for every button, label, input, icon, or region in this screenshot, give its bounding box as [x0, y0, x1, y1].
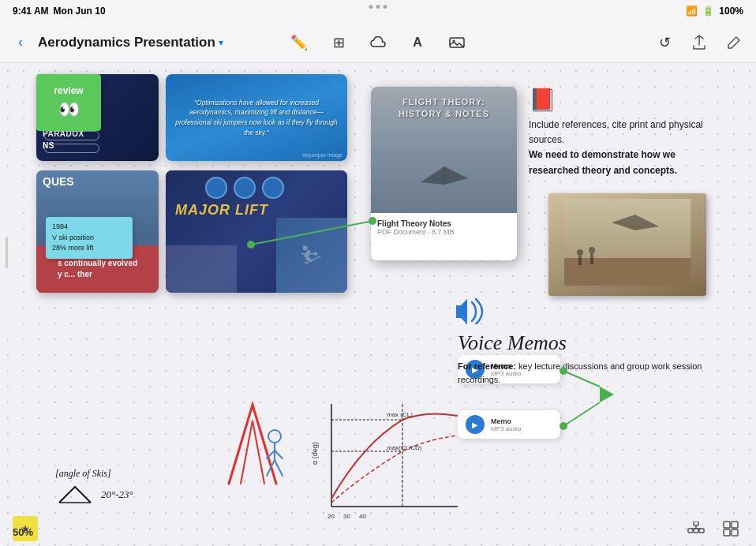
svg-marker-7 [600, 387, 614, 402]
glider-icon [413, 155, 476, 201]
slide4-circles [205, 177, 284, 199]
slide2-credit: skijumper image [302, 152, 342, 158]
svg-line-6 [563, 402, 600, 426]
slide3-label: QUES [43, 175, 74, 188]
flight-theory-cover: FLIGHT THEORY:HISTORY & NOTES [371, 87, 517, 213]
memo-2-info: Memo MP3 audio [491, 417, 552, 432]
slide2-bg: "Optimizations have allowed for increase… [166, 74, 347, 161]
voice-memos-desc-bold: For reference: [458, 361, 516, 371]
svg-text:max (CL): max (CL) [387, 411, 413, 418]
historical-photo [548, 193, 706, 296]
slide4-graph-area [166, 245, 237, 293]
svg-point-15 [589, 247, 595, 253]
edit-markup-icon[interactable] [721, 30, 747, 55]
skier-circle-1 [205, 177, 227, 199]
svg-text:max(CL/CD): max(CL/CD) [387, 444, 422, 451]
bottom-toolbar: 50% ★ [0, 511, 756, 546]
svg-rect-14 [578, 256, 582, 265]
svg-point-9 [560, 422, 567, 430]
sound-icon-area [450, 296, 485, 331]
document-title: Aerodynamics Presentation [38, 35, 215, 50]
sticky-year: 1984 [52, 222, 126, 233]
sticky-1984-note[interactable]: 1984 V ski position 28% more lift [46, 217, 133, 259]
photo-content [548, 193, 706, 296]
battery-icon: 🔋 [702, 6, 714, 17]
sticky-position: V ski position [52, 233, 126, 244]
history-icon[interactable]: ↺ [652, 30, 677, 55]
status-right: 📶 🔋 100% [686, 6, 743, 17]
bottom-right-area [683, 516, 743, 541]
svg-rect-29 [694, 522, 698, 525]
angle-annotation: [angle of Skis] 20°-23° [55, 468, 133, 507]
slide2-quote-text: "Optimizations have allowed for increase… [175, 98, 338, 138]
notes-bold-text: We need to demonstrate how we researched… [529, 149, 677, 175]
share-icon[interactable] [687, 30, 712, 55]
notes-reference-card: 📕 Include references, cite print and phy… [529, 87, 710, 178]
book-icon: 📕 [529, 87, 710, 113]
voice-memos-description: For reference: key lecture discussions a… [458, 360, 710, 386]
slide2-overlay: "Optimizations have allowed for increase… [166, 74, 347, 161]
flight-theory-info: Flight Theory Notes PDF Document · 8.7 M… [371, 213, 517, 242]
angle-label: [angle of Skis] [55, 468, 133, 480]
hierarchy-icon[interactable] [683, 516, 709, 541]
svg-rect-34 [699, 529, 704, 533]
svg-rect-37 [724, 529, 730, 536]
memo-2-play-button[interactable]: ▶ [466, 415, 485, 434]
document-title-area[interactable]: Aerodynamics Presentation ▾ [38, 35, 223, 50]
ski-shape-area [205, 397, 300, 495]
grid-view-bottom-icon[interactable] [718, 516, 743, 541]
toolbar: ‹ Aerodynamics Presentation ▾ ✏️ ⊞ A ↺ [0, 22, 756, 63]
grid-view-icon[interactable]: ⊞ [326, 30, 351, 55]
left-edge-indicator [0, 174, 13, 331]
toolbar-right: ↺ [505, 30, 747, 55]
title-chevron-icon: ▾ [219, 37, 223, 48]
slide4-skier-img: ⛷ [276, 218, 347, 293]
voice-memos-title: Voice Memos [458, 331, 710, 355]
angle-value-row: 20°-23° [55, 483, 133, 507]
svg-point-17 [268, 430, 281, 443]
memo-card-2[interactable]: ▶ Memo MP3 audio [458, 410, 560, 439]
status-date: Mon Jun 10 [54, 6, 106, 17]
toolbar-left: ‹ Aerodynamics Presentation ▾ [9, 32, 251, 54]
status-bar: 9:41 AM Mon Jun 10 📶 🔋 100% [0, 0, 756, 22]
memo-2-label: Memo [491, 417, 552, 425]
slide-quote[interactable]: "Optimizations have allowed for increase… [166, 74, 347, 161]
toolbar-center: ✏️ ⊞ A [257, 30, 499, 55]
major-lift-title: MAJOR LIFT [175, 202, 268, 219]
back-button[interactable]: ‹ [9, 32, 32, 54]
flight-theory-title: FLIGHT THEORY:HISTORY & NOTES [399, 96, 489, 121]
notes-text: Include references, cite print and physi… [529, 118, 710, 178]
flight-theory-file-name: Flight Theory Notes [377, 219, 511, 228]
bottom-left-area: 50% ★ [13, 516, 38, 541]
skier-circle-3 [262, 177, 284, 199]
skier-circle-2 [234, 177, 256, 199]
notes-regular-text: Include references, cite print and physi… [529, 119, 703, 145]
angle-degrees: 20°-23° [101, 488, 133, 501]
cloud-icon[interactable] [365, 30, 391, 55]
battery-percent: 100% [719, 6, 743, 17]
svg-rect-32 [688, 529, 693, 533]
status-time: 9:41 AM [13, 6, 49, 17]
graph-area: α (deg) 20 30 40 max (CL) max(CL/CD) [308, 396, 466, 522]
svg-text:α (deg): α (deg) [311, 442, 319, 465]
slide-major-lift[interactable]: MAJOR LIFT ⛷ [166, 170, 347, 293]
flight-theory-card[interactable]: FLIGHT THEORY:HISTORY & NOTES Flight The… [371, 87, 517, 260]
flight-theory-file-type: PDF Document · 8.7 MB [377, 228, 511, 236]
review-eyes-icon: 👀 [58, 99, 80, 120]
svg-rect-38 [732, 529, 738, 536]
sticky-review-note[interactable]: review 👀 [36, 74, 101, 131]
svg-point-13 [577, 249, 583, 256]
text-format-icon[interactable]: A [405, 30, 430, 55]
svg-rect-36 [732, 522, 738, 528]
photo-figures-icon [564, 199, 691, 290]
sticky-review-label: review [54, 85, 83, 96]
zoom-level: 50% [13, 526, 33, 538]
pencil-icon[interactable]: ✏️ [286, 30, 312, 55]
svg-rect-35 [724, 522, 730, 528]
sticky-lift: 28% more lift [52, 243, 126, 254]
memo-2-type: MP3 audio [491, 425, 552, 432]
three-dots-indicator [369, 0, 387, 13]
image-icon[interactable] [444, 30, 470, 55]
slide3-red-text: s continually evolvedy c... ther [54, 255, 140, 283]
sticky-1984-content: 1984 V ski position 28% more lift [52, 222, 126, 254]
